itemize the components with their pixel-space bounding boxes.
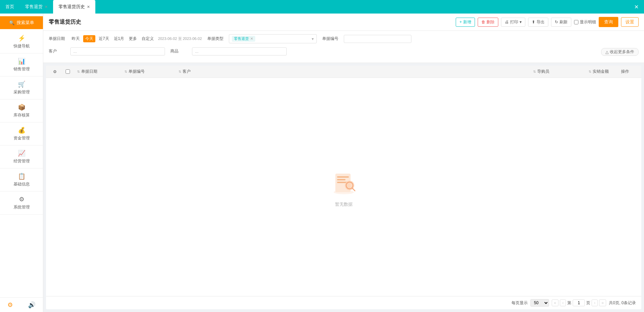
sidebar-search[interactable]: 🔍 搜索菜单 — [0, 16, 43, 29]
display-detail-checkbox[interactable] — [574, 20, 578, 24]
print-chevron-icon: ▾ — [520, 20, 522, 24]
inventory-icon: 📦 — [18, 104, 25, 111]
first-page-button[interactable]: « — [552, 299, 559, 306]
customer-input[interactable]: ... — [70, 47, 165, 55]
filter-row-1: 单据日期 昨天 今天 近7天 近1月 更多 自定义 2023-06-02 至 2… — [49, 34, 639, 43]
purchase-icon: 🛒 — [18, 81, 25, 88]
page-header: 零售退货历史 + 新增 🗑 删除 🖨 打印 ▾ ⬆ 导出 ↻ — [43, 14, 644, 31]
svg-rect-3 — [337, 179, 345, 180]
goods-filter-label: 商品 — [170, 48, 189, 54]
th-amount-label: 实销金额 — [593, 69, 609, 74]
sidebar-item-system-mgmt[interactable]: ⚙ 系统管理 — [0, 192, 43, 215]
sidebar-item-quick-nav[interactable]: ⚡ 快捷导航 — [0, 30, 43, 53]
query-button[interactable]: 查询 — [599, 17, 618, 27]
collapse-label: 收起更多条件 — [610, 49, 634, 55]
last-page-button[interactable]: » — [599, 299, 606, 306]
bill-type-chevron-icon: ▾ — [312, 37, 314, 41]
page-nav: « ‹ 第 页 › » — [552, 299, 606, 306]
sidebar-item-quick-nav-label: 快捷导航 — [14, 43, 30, 49]
tab-retail-return[interactable]: 零售退货 ✕ — [20, 0, 53, 14]
customer-filter-label: 客户 — [49, 48, 68, 54]
sidebar-item-inventory[interactable]: 📦 库存核算 — [0, 99, 43, 122]
date-shortcuts: 昨天 今天 近7天 近1月 更多 自定义 — [70, 35, 155, 42]
date-more[interactable]: 更多 — [127, 35, 138, 42]
tab-retail-return-close[interactable]: ✕ — [45, 5, 48, 9]
check-all-checkbox[interactable] — [66, 69, 70, 74]
th-bill-no[interactable]: ⇅ 单据编号 — [122, 69, 176, 74]
settings-table-icon: ⚙ — [53, 69, 57, 74]
date-7days[interactable]: 近7天 — [97, 35, 111, 42]
settings-bottom-icon[interactable]: ⚙ — [7, 301, 13, 309]
page-size-select[interactable]: 10 20 50 100 — [530, 299, 549, 307]
sales-icon: 📊 — [18, 58, 25, 65]
finance-icon: 💰 — [18, 127, 25, 134]
tab-home[interactable]: 首页 — [0, 0, 20, 14]
delete-button[interactable]: 🗑 删除 — [478, 18, 498, 27]
tab-retail-return-history[interactable]: 零售退货历史 ✕ — [53, 0, 95, 14]
audio-bottom-icon[interactable]: 🔊 — [28, 301, 35, 309]
bill-type-filter-group: 单据类型 零售退货 ✕ ▾ — [207, 34, 317, 43]
filter-area: 单据日期 昨天 今天 近7天 近1月 更多 自定义 2023-06-02 至 2… — [43, 31, 644, 63]
date-custom[interactable]: 自定义 — [140, 35, 155, 42]
print-label: 打印 — [510, 19, 518, 25]
page-title-bar: 零售退货历史 + 新增 🗑 删除 🖨 打印 ▾ ⬆ 导出 ↻ — [49, 17, 639, 27]
tab-retail-return-label: 零售退货 — [25, 4, 43, 10]
goods-input[interactable]: ... — [192, 47, 287, 55]
export-icon: ⬆ — [532, 20, 535, 24]
search-icon: 🔍 — [9, 20, 15, 25]
th-customer-label: 客户 — [183, 69, 191, 74]
th-customer-sort-icon: ⇅ — [178, 70, 181, 73]
page-title: 零售退货历史 — [49, 19, 81, 26]
page-number-input[interactable] — [573, 299, 585, 306]
date-today[interactable]: 今天 — [83, 35, 95, 42]
th-date[interactable]: ⇅ 单据日期 — [74, 69, 122, 74]
print-icon: 🖨 — [505, 20, 509, 24]
th-customer[interactable]: ⇅ 客户 — [176, 69, 530, 74]
sidebar-item-basic-info[interactable]: 📋 基础信息 — [0, 169, 43, 192]
date-1month[interactable]: 近1月 — [113, 35, 126, 42]
date-filter-group: 单据日期 昨天 今天 近7天 近1月 更多 自定义 2023-06-02 至 2… — [49, 35, 202, 42]
refresh-button[interactable]: ↻ 刷新 — [551, 18, 571, 27]
goods-filter-group: 商品 ... — [170, 47, 287, 55]
export-button[interactable]: ⬆ 导出 — [528, 18, 548, 27]
th-guide[interactable]: ⇅ 导购员 — [530, 69, 571, 74]
main-content: 零售退货历史 + 新增 🗑 删除 🖨 打印 ▾ ⬆ 导出 ↻ — [43, 14, 644, 312]
sidebar: 🔍 搜索菜单 ⚡ 快捷导航 📊 销售管理 🛒 采购管理 📦 库存核算 💰 资金管… — [0, 14, 43, 312]
sidebar-item-operation[interactable]: 📈 经营管理 — [0, 146, 43, 169]
th-check[interactable] — [61, 69, 74, 74]
system-mgmt-icon: ⚙ — [19, 196, 24, 203]
svg-rect-2 — [337, 176, 349, 178]
window-close-button[interactable]: ✕ — [634, 4, 639, 10]
bill-no-input[interactable] — [344, 35, 411, 43]
tab-retail-return-history-close[interactable]: ✕ — [87, 5, 90, 9]
sidebar-item-sales-mgmt[interactable]: 📊 销售管理 — [0, 53, 43, 76]
display-detail-toggle[interactable]: 显示明细 — [574, 19, 596, 25]
bill-type-label: 单据类型 — [207, 36, 226, 42]
setting-button[interactable]: 设置 — [621, 17, 639, 27]
sidebar-item-purchase-mgmt[interactable]: 🛒 采购管理 — [0, 76, 43, 99]
th-amount[interactable]: ⇅ 实销金额 — [571, 69, 612, 74]
page-label-pre: 第 — [567, 300, 571, 306]
operation-icon: 📈 — [18, 150, 25, 157]
bill-no-filter-group: 单据编号 — [322, 35, 411, 43]
next-page-button[interactable]: › — [592, 299, 598, 306]
sidebar-item-finance-label: 资金管理 — [14, 135, 30, 141]
toolbar: + 新增 🗑 删除 🖨 打印 ▾ ⬆ 导出 ↻ 刷新 — [456, 17, 639, 27]
filter-row-2: 客户 ... 商品 ... △ 收起更多条件 — [49, 47, 639, 56]
page-label-post: 页 — [586, 300, 590, 306]
sidebar-item-finance[interactable]: 💰 资金管理 — [0, 122, 43, 146]
refresh-label: 刷新 — [559, 19, 568, 25]
print-button[interactable]: 🖨 打印 ▾ — [501, 18, 525, 27]
bill-type-tag: 零售退货 ✕ — [232, 36, 255, 42]
date-yesterday[interactable]: 昨天 — [70, 35, 81, 42]
new-button[interactable]: + 新增 — [456, 18, 475, 27]
th-action: 操作 — [612, 69, 639, 74]
th-bill-no-sort-icon: ⇅ — [124, 70, 127, 73]
bill-type-select[interactable]: 零售退货 ✕ ▾ — [229, 34, 317, 43]
th-action-label: 操作 — [621, 69, 629, 74]
bill-type-remove-icon[interactable]: ✕ — [250, 37, 253, 41]
th-settings[interactable]: ⚙ — [49, 69, 61, 74]
collapse-button[interactable]: △ 收起更多条件 — [601, 48, 639, 56]
prev-page-button[interactable]: ‹ — [560, 299, 566, 306]
page-size-label: 每页显示 — [511, 300, 528, 306]
